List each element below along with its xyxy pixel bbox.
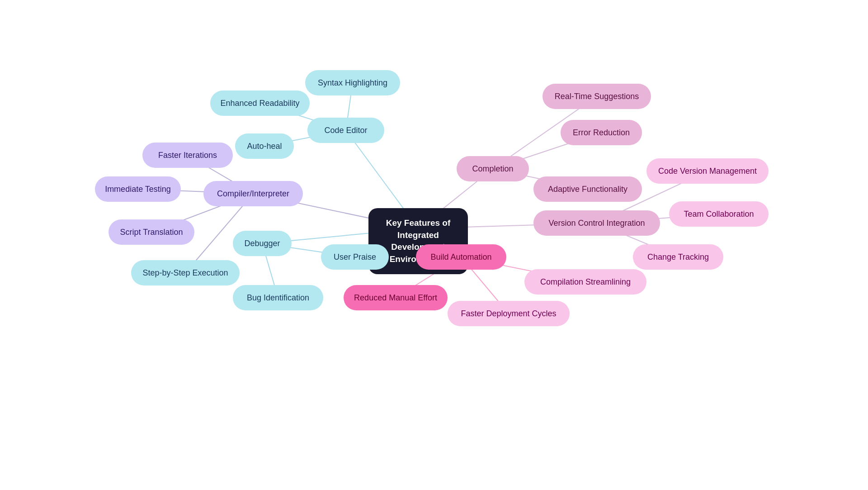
node-teamCollaboration: Team Collaboration bbox=[669, 201, 769, 227]
node-compilationStreamlining: Compilation Streamlining bbox=[524, 269, 646, 295]
node-label-enhancedReadability: Enhanced Readability bbox=[220, 99, 299, 108]
node-syntaxHighlighting: Syntax Highlighting bbox=[305, 70, 400, 95]
node-compilerInterpreter: Compiler/Interpreter bbox=[203, 181, 303, 206]
node-label-realTimeSuggestions: Real-Time Suggestions bbox=[555, 92, 639, 101]
node-label-changeTracking: Change Tracking bbox=[647, 252, 709, 262]
node-label-stepByStep: Step-by-Step Execution bbox=[142, 268, 228, 278]
node-stepByStep: Step-by-Step Execution bbox=[131, 260, 240, 285]
node-debugger: Debugger bbox=[233, 231, 292, 256]
mindmap-container: Key Features of Integrated Development E… bbox=[0, 0, 868, 490]
node-label-compilerInterpreter: Compiler/Interpreter bbox=[217, 189, 289, 199]
node-completion: Completion bbox=[457, 156, 529, 181]
node-label-userPraise: User Praise bbox=[334, 252, 376, 262]
node-label-adaptiveFunctionality: Adaptive Functionality bbox=[548, 185, 627, 194]
node-fasterDeployment: Faster Deployment Cycles bbox=[448, 301, 570, 326]
node-label-bugIdentification: Bug Identification bbox=[247, 293, 309, 303]
node-label-codeVersionManagement: Code Version Management bbox=[658, 167, 757, 176]
node-enhancedReadability: Enhanced Readability bbox=[210, 90, 310, 116]
node-buildAutomation: Build Automation bbox=[416, 244, 506, 270]
node-label-buildAutomation: Build Automation bbox=[430, 252, 491, 262]
node-label-immediateTesting: Immediate Testing bbox=[105, 185, 171, 194]
node-bugIdentification: Bug Identification bbox=[233, 285, 323, 310]
node-versionControlIntegration: Version Control Integration bbox=[533, 210, 660, 236]
node-label-reducedManualEffort: Reduced Manual Effort bbox=[354, 293, 437, 303]
node-label-fasterDeployment: Faster Deployment Cycles bbox=[461, 309, 556, 319]
node-realTimeSuggestions: Real-Time Suggestions bbox=[542, 84, 651, 109]
node-reducedManualEffort: Reduced Manual Effort bbox=[344, 285, 448, 310]
node-scriptTranslation: Script Translation bbox=[108, 219, 194, 245]
node-codeEditor: Code Editor bbox=[307, 118, 384, 143]
node-codeVersionManagement: Code Version Management bbox=[646, 158, 769, 184]
node-autoHeal: Auto-heal bbox=[235, 133, 294, 159]
node-adaptiveFunctionality: Adaptive Functionality bbox=[533, 176, 642, 202]
node-label-completion: Completion bbox=[472, 164, 513, 174]
node-label-errorReduction: Error Reduction bbox=[573, 128, 630, 138]
node-label-syntaxHighlighting: Syntax Highlighting bbox=[318, 78, 387, 88]
node-label-compilationStreamlining: Compilation Streamlining bbox=[540, 277, 631, 287]
node-errorReduction: Error Reduction bbox=[561, 120, 642, 145]
node-label-teamCollaboration: Team Collaboration bbox=[684, 209, 754, 219]
node-label-scriptTranslation: Script Translation bbox=[120, 228, 183, 237]
node-changeTracking: Change Tracking bbox=[633, 244, 723, 270]
node-immediateTesting: Immediate Testing bbox=[95, 176, 181, 202]
node-label-codeEditor: Code Editor bbox=[324, 126, 367, 135]
node-fasterIterations: Faster Iterations bbox=[142, 143, 233, 168]
node-userPraise: User Praise bbox=[321, 244, 389, 270]
node-label-fasterIterations: Faster Iterations bbox=[158, 151, 217, 160]
node-label-autoHeal: Auto-heal bbox=[247, 142, 282, 151]
node-label-versionControlIntegration: Version Control Integration bbox=[548, 219, 645, 228]
node-label-debugger: Debugger bbox=[244, 239, 280, 248]
